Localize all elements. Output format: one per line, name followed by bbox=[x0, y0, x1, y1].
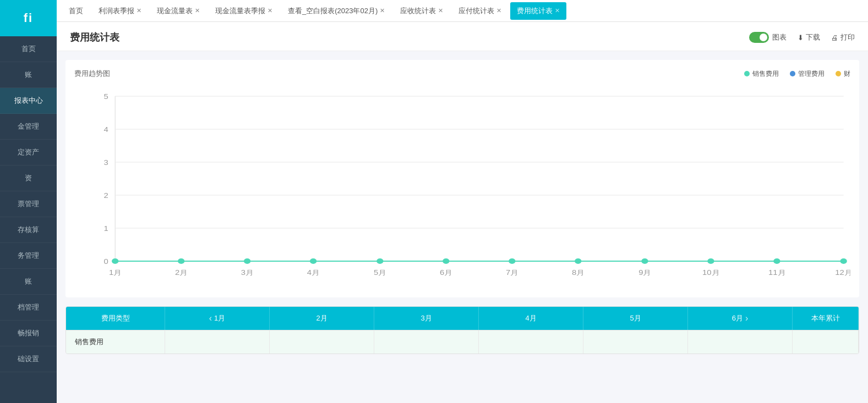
legend-dot-admin bbox=[790, 71, 795, 76]
td-m6 bbox=[688, 330, 793, 354]
td-type: 销售费用 bbox=[66, 330, 165, 354]
chart-title: 费用趋势图 bbox=[74, 69, 110, 79]
svg-text:3月: 3月 bbox=[241, 269, 254, 276]
table-row: 销售费用 bbox=[66, 330, 859, 354]
sidebar-item-capital[interactable]: 资 bbox=[0, 165, 57, 191]
header-actions: 图表 ⬇ 下载 🖨 打印 bbox=[749, 32, 855, 43]
chart-legend: 销售费用 管理费用 财 bbox=[744, 69, 850, 79]
svg-point-15 bbox=[244, 258, 250, 264]
svg-text:10月: 10月 bbox=[702, 269, 719, 276]
svg-point-24 bbox=[840, 258, 847, 264]
tab-close-cashflow[interactable]: ✕ bbox=[195, 7, 200, 14]
td-m4 bbox=[479, 330, 583, 354]
svg-point-19 bbox=[509, 258, 515, 264]
svg-text:2月: 2月 bbox=[175, 269, 188, 276]
svg-point-16 bbox=[310, 258, 316, 264]
legend-dot-finance bbox=[836, 71, 841, 76]
tab-home[interactable]: 首页 bbox=[62, 2, 90, 20]
download-button[interactable]: ⬇ 下载 bbox=[798, 32, 820, 42]
td-m1 bbox=[165, 330, 270, 354]
expense-table: 费用类型 ‹ 1月 2月 3月 4月 5月 6月 › 本年累计 销售费用 bbox=[65, 306, 859, 354]
tab-close-receivable[interactable]: ✕ bbox=[438, 7, 443, 14]
svg-text:9月: 9月 bbox=[638, 269, 651, 276]
main-area: 首页 利润表季报 ✕ 现金流量表 ✕ 现金流量表季报 ✕ 查看_空白报表(202… bbox=[57, 0, 868, 403]
td-m5 bbox=[583, 330, 688, 354]
svg-text:5: 5 bbox=[104, 93, 108, 100]
th-month4: 4月 bbox=[479, 307, 583, 330]
svg-text:0: 0 bbox=[104, 258, 108, 265]
svg-text:11月: 11月 bbox=[768, 269, 785, 276]
tab-close-profit-quarter[interactable]: ✕ bbox=[137, 7, 141, 14]
th-expense-type: 费用类型 bbox=[66, 307, 165, 330]
legend-sales: 销售费用 bbox=[744, 69, 779, 79]
page-title: 费用统计表 bbox=[70, 31, 119, 44]
legend-finance: 财 bbox=[836, 69, 850, 79]
chart-toggle-switch[interactable] bbox=[749, 32, 769, 43]
sidebar: fi 首页 账 报表中心 金管理 定资产 资 票管理 存核算 务管理 账 档管理… bbox=[0, 0, 57, 403]
td-m3 bbox=[374, 330, 479, 354]
chart-toggle-label: 图表 bbox=[749, 32, 787, 43]
tab-close-expense-stats[interactable]: ✕ bbox=[555, 7, 560, 14]
svg-point-13 bbox=[112, 258, 118, 264]
sidebar-item-assets[interactable]: 定资产 bbox=[0, 140, 57, 165]
svg-point-18 bbox=[443, 258, 449, 264]
sidebar-item-home[interactable]: 首页 bbox=[0, 36, 57, 62]
svg-point-21 bbox=[641, 258, 648, 264]
tab-receivable[interactable]: 应收统计表 ✕ bbox=[394, 2, 450, 20]
tab-close-payable[interactable]: ✕ bbox=[496, 7, 501, 14]
svg-point-14 bbox=[178, 258, 184, 264]
svg-point-20 bbox=[575, 258, 581, 264]
tab-payable[interactable]: 应付统计表 ✕ bbox=[452, 2, 508, 20]
trend-chart: 0 1 2 3 4 5 bbox=[74, 85, 850, 289]
th-month1: ‹ 1月 bbox=[165, 307, 270, 330]
tab-close-blank-report[interactable]: ✕ bbox=[380, 7, 385, 14]
next-month-arrow[interactable]: › bbox=[745, 313, 748, 323]
td-ytd bbox=[793, 330, 859, 354]
sidebar-item-archive[interactable]: 档管理 bbox=[0, 295, 57, 321]
tab-blank-report[interactable]: 查看_空白报表(2023年02月) ✕ bbox=[281, 2, 391, 20]
download-icon: ⬇ bbox=[798, 34, 804, 42]
tab-close-cashflow-quarter[interactable]: ✕ bbox=[268, 7, 272, 14]
tab-profit-quarter[interactable]: 利润表季报 ✕ bbox=[92, 2, 148, 20]
prev-month-arrow[interactable]: ‹ bbox=[209, 313, 212, 323]
sidebar-item-inventory[interactable]: 存核算 bbox=[0, 217, 57, 243]
tab-bar: 首页 利润表季报 ✕ 现金流量表 ✕ 现金流量表季报 ✕ 查看_空白报表(202… bbox=[57, 0, 868, 22]
legend-admin: 管理费用 bbox=[790, 69, 825, 79]
td-m2 bbox=[270, 330, 374, 354]
table-header: 费用类型 ‹ 1月 2月 3月 4月 5月 6月 › 本年累计 bbox=[66, 307, 859, 330]
tab-expense-stats[interactable]: 费用统计表 ✕ bbox=[510, 2, 566, 20]
sidebar-item-settings[interactable]: 础设置 bbox=[0, 346, 57, 372]
sidebar-item-expense[interactable]: 畅报销 bbox=[0, 321, 57, 346]
print-button[interactable]: 🖨 打印 bbox=[831, 32, 855, 42]
chart-section: 费用趋势图 销售费用 管理费用 财 bbox=[65, 60, 859, 297]
sidebar-item-finance[interactable]: 金管理 bbox=[0, 114, 57, 140]
th-month3: 3月 bbox=[374, 307, 479, 330]
svg-text:5月: 5月 bbox=[374, 269, 386, 276]
sidebar-item-ledger[interactable]: 账 bbox=[0, 269, 57, 295]
svg-text:1月: 1月 bbox=[109, 269, 122, 276]
tab-cashflow[interactable]: 现金流量表 ✕ bbox=[150, 2, 206, 20]
sidebar-item-tickets[interactable]: 票管理 bbox=[0, 191, 57, 217]
chart-container: 0 1 2 3 4 5 bbox=[74, 85, 850, 289]
svg-point-17 bbox=[376, 258, 383, 264]
svg-text:4月: 4月 bbox=[307, 269, 320, 276]
content-area: 费用统计表 图表 ⬇ 下载 🖨 打印 费用趋势图 bbox=[57, 22, 868, 403]
sidebar-item-account[interactable]: 账 bbox=[0, 62, 57, 88]
sidebar-logo: fi bbox=[0, 0, 57, 36]
chart-header: 费用趋势图 销售费用 管理费用 财 bbox=[74, 69, 850, 79]
sidebar-item-reports[interactable]: 报表中心 bbox=[0, 88, 57, 114]
th-month5: 5月 bbox=[583, 307, 688, 330]
sidebar-item-service[interactable]: 务管理 bbox=[0, 243, 57, 269]
tab-cashflow-quarter[interactable]: 现金流量表季报 ✕ bbox=[209, 2, 279, 20]
th-month6: 6月 › bbox=[688, 307, 793, 330]
svg-text:6月: 6月 bbox=[440, 269, 452, 276]
svg-text:2: 2 bbox=[104, 192, 108, 199]
svg-text:3: 3 bbox=[104, 159, 108, 166]
page-header: 费用统计表 图表 ⬇ 下载 🖨 打印 bbox=[57, 22, 868, 51]
svg-text:1: 1 bbox=[104, 225, 108, 232]
svg-text:7月: 7月 bbox=[506, 269, 518, 276]
svg-text:12月: 12月 bbox=[835, 269, 850, 276]
print-icon: 🖨 bbox=[831, 34, 838, 42]
th-month2: 2月 bbox=[270, 307, 374, 330]
legend-dot-sales bbox=[744, 71, 750, 76]
